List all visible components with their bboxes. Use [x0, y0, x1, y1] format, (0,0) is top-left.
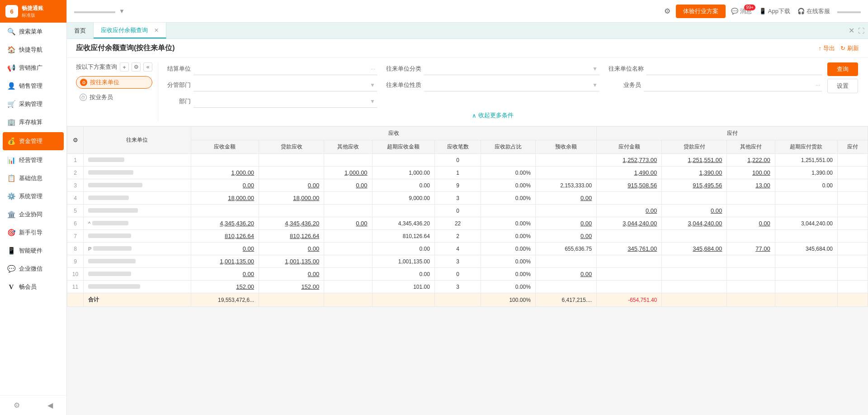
salesperson-input[interactable]: ···	[644, 79, 822, 91]
scheme-settings-btn[interactable]: ⚙	[132, 62, 141, 72]
filter-partner-name: 往来单位名称	[609, 62, 822, 75]
app-download-btn[interactable]: 📱 App下载	[759, 7, 790, 15]
partner-nature-input[interactable]: ▼	[424, 79, 599, 91]
sidebar: 6 畅捷通账 标准版 🔍 搜索菜单 🏠 快捷导航 📢 营销推广 👤 销售管理 🛒…	[0, 0, 67, 415]
online-service-btn[interactable]: 🎧 在线客服	[797, 7, 830, 15]
scheme-option-partner[interactable]: ⚙ 按往来单位	[76, 76, 152, 89]
table-row: 5 0 0.00 0.00	[67, 205, 868, 217]
filter-partner-category: 往来单位分类 ▼	[386, 62, 599, 75]
col-ap-overdue: 超期应付货款	[775, 140, 837, 154]
page-content: 应收应付余额查询(按往来单位) ↑ 导出 ↻ 刷新 按	[67, 39, 868, 307]
sidebar-item-marketing[interactable]: 📢 营销推广	[0, 59, 66, 77]
filter-area: 按以下方案查询 + ⚙ « ⚙ 按往来单位 ⏱ 按业务员	[67, 58, 868, 126]
tab-ar-ap-query[interactable]: 应收应付余额查询 ✕	[94, 23, 166, 38]
scheme-option-staff[interactable]: ⏱ 按业务员	[76, 91, 152, 103]
sidebar-item-finance[interactable]: 💰 资金管理	[3, 132, 64, 150]
promo-button[interactable]: 体验行业方案	[676, 5, 726, 18]
filter-settlement-unit: 结算单位 ···	[164, 62, 377, 75]
sidebar-item-search-menu[interactable]: 🔍 搜索菜单	[0, 23, 66, 41]
collapse-btn[interactable]: ∧ 收起更多条件	[164, 110, 822, 121]
table-row: 8 P 0.00 0.00 0.00 4 0.00% 655,636.75 34…	[67, 243, 868, 255]
sidebar-item-basic-info[interactable]: 📋 基础信息	[0, 169, 66, 187]
division-input[interactable]: ▼	[193, 79, 377, 91]
export-btn[interactable]: ↑ 导出	[819, 44, 835, 52]
sidebar-item-purchase[interactable]: 🛒 采购管理	[0, 95, 66, 113]
window-close-btn[interactable]: ✕	[849, 26, 854, 35]
add-scheme-btn[interactable]: +	[120, 62, 129, 72]
chat-icon: 💬	[7, 265, 15, 273]
filter-row-2: 分管部门 ▼ 往来单位性质 ▼ 业务员	[164, 79, 822, 91]
clipboard-icon: 📋	[7, 174, 15, 182]
tab-close-btn[interactable]: ✕	[154, 27, 159, 33]
query-button[interactable]: 查询	[827, 62, 858, 76]
service-icon: 🎧	[797, 8, 805, 14]
window-expand-btn[interactable]: ⛶	[858, 27, 864, 34]
breadcrumb-dropdown-icon[interactable]: ▼	[119, 8, 125, 14]
refresh-btn[interactable]: ↻ 刷新	[840, 44, 859, 52]
sidebar-item-guide[interactable]: 🎯 新手引导	[0, 224, 66, 242]
table-container: ⚙ 往来单位 应收 应付 应收金额 贷款应收 其他应收 超期应收金额 应收笔数	[67, 126, 868, 307]
filter-division: 分管部门 ▼	[164, 79, 377, 91]
search-menu-icon: 🔍	[7, 28, 15, 36]
sidebar-item-wechat[interactable]: 💬 企业微信	[0, 260, 66, 278]
dept-arrow-icon: ▼	[370, 98, 375, 105]
sidebar-item-quick-nav[interactable]: 🏠 快捷导航	[0, 41, 66, 59]
col-ar-count: 应收笔数	[434, 140, 481, 154]
scheme-collapse-btn[interactable]: «	[143, 62, 152, 72]
col-ar-amount: 应收金额	[191, 140, 259, 154]
filter-department: 部门 ▼	[164, 95, 377, 108]
table-row: 2 1,000.00 1,000.00 1,000.00 1 0.00% 1,4…	[67, 167, 868, 179]
action-buttons: 查询 设置	[827, 62, 859, 121]
enterprise-icon: 🏛️	[7, 210, 15, 219]
sidebar-item-business[interactable]: 📊 经营管理	[0, 151, 66, 169]
bell-icon: 💬	[731, 8, 738, 14]
scheme-options: ⚙ 按往来单位 ⏱ 按业务员	[76, 76, 152, 103]
filter-fields: 结算单位 ··· 往来单位分类 ▼ 往来单位名称	[164, 62, 822, 121]
guide-icon: 🎯	[7, 229, 15, 237]
sidebar-item-enterprise[interactable]: 🏛️ 企业协同	[0, 205, 66, 224]
logo-icon: 6	[5, 5, 18, 18]
page-header: 应收应付余额查询(按往来单位) ↑ 导出 ↻ 刷新	[67, 39, 868, 58]
message-btn[interactable]: 💬 消息 99+	[731, 7, 752, 15]
table-row: 11 152.00 152.00 101.00 3 0.00%	[67, 281, 868, 293]
member-icon: V	[7, 283, 15, 291]
sidebar-item-sys-manage[interactable]: ⚙️ 系统管理	[0, 187, 66, 205]
scheme-staff-icon: ⏱	[80, 94, 87, 101]
sidebar-item-member[interactable]: V 畅会员	[0, 278, 66, 296]
col-ap-other: 其他应付	[727, 140, 775, 154]
col-settings[interactable]: ⚙	[67, 127, 84, 154]
sidebar-bottom: ⚙ ◀	[0, 395, 66, 415]
dots-icon: ···	[371, 66, 375, 72]
chart-icon: 📊	[7, 156, 15, 164]
filter-salesperson: 业务员 ···	[609, 79, 822, 91]
settlement-unit-input[interactable]: ···	[193, 62, 377, 75]
tab-home[interactable]: 首页	[67, 23, 94, 38]
sidebar-collapse-btn[interactable]: ◀	[44, 399, 57, 411]
settings-icon-btn[interactable]: ⚙	[664, 7, 670, 15]
col-group-ap: 应付	[597, 127, 868, 140]
col-ar-other: 其他应收	[324, 140, 372, 154]
settings-button[interactable]: 设置	[827, 79, 858, 93]
main-container: ▬▬▬▬▬▬▬ ▼ ⚙ 体验行业方案 💬 消息 99+ 📱 App下载 🎧 在线…	[67, 0, 868, 415]
collapse-arrow-icon: ∧	[472, 112, 476, 119]
tabs-bar: 首页 应收应付余额查询 ✕ ✕ ⛶	[67, 23, 868, 39]
col-group-ar: 应收	[191, 127, 596, 140]
sidebar-item-smart-hw[interactable]: 📱 智能硬件	[0, 242, 66, 260]
user-info: ▬▬▬▬	[837, 8, 861, 14]
scheme-selector: 按以下方案查询 + ⚙ « ⚙ 按往来单位 ⏱ 按业务员	[76, 62, 158, 121]
sidebar-item-sales[interactable]: 👤 销售管理	[0, 77, 66, 95]
gear-icon: ⚙️	[7, 192, 15, 200]
scheme-partner-icon: ⚙	[80, 79, 87, 86]
col-partner: 往来单位	[84, 127, 191, 154]
department-input[interactable]: ▼	[193, 95, 377, 108]
partner-category-input[interactable]: ▼	[424, 62, 599, 75]
sidebar-item-inventory[interactable]: 🏢 库存核算	[0, 113, 66, 131]
partner-name-input[interactable]	[646, 62, 822, 75]
topbar: ▬▬▬▬▬▬▬ ▼ ⚙ 体验行业方案 💬 消息 99+ 📱 App下载 🎧 在线…	[67, 0, 868, 23]
table-row: 1 0 1,252,773.00 1,251,551.00 1,222.00	[67, 154, 868, 167]
salesperson-dots-icon: ···	[816, 82, 820, 88]
sidebar-settings-btn[interactable]: ⚙	[10, 399, 24, 411]
app-icon: 📱	[759, 8, 766, 14]
building-icon: 🏢	[7, 118, 15, 126]
megaphone-icon: 📢	[7, 64, 15, 72]
